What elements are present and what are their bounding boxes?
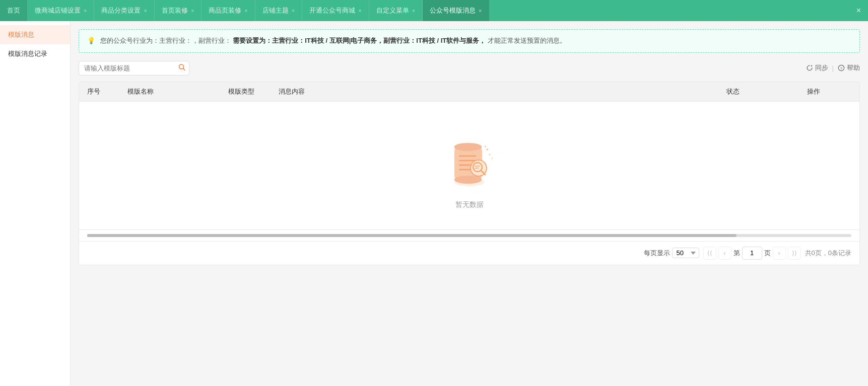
notice-icon: 💡 bbox=[87, 37, 95, 44]
nav-tab-custom-menu[interactable]: 自定义菜单× bbox=[369, 0, 423, 21]
table-container: 序号 模版名称 模版类型 消息内容 状态 操作 bbox=[79, 82, 860, 265]
page-unit: 页 bbox=[764, 249, 771, 258]
nav-tab-template-msg[interactable]: 公众号模版消息× bbox=[423, 0, 489, 21]
svg-line-1 bbox=[183, 68, 185, 70]
svg-point-6 bbox=[454, 143, 482, 151]
nav-tab-shop-theme[interactable]: 店铺主题× bbox=[255, 0, 302, 21]
scroll-track[interactable] bbox=[87, 234, 851, 237]
svg-text:?: ? bbox=[840, 66, 843, 71]
sync-icon bbox=[806, 64, 813, 71]
nav-tab-wechat-shop[interactable]: 微商城店铺设置× bbox=[28, 0, 94, 21]
sync-label: 同步 bbox=[815, 63, 828, 72]
search-icon bbox=[178, 64, 185, 71]
empty-illustration: ✦ ✦ bbox=[439, 132, 500, 192]
nav-tab-close-product-decor[interactable]: × bbox=[244, 8, 247, 14]
col-header-seq: 序号 bbox=[79, 82, 119, 101]
nav-tab-product-decor[interactable]: 商品页装修× bbox=[202, 0, 255, 21]
nav-tab-open-mall[interactable]: 开通公众号商城× bbox=[302, 0, 369, 21]
notice-highlight: 需要设置为：主营行业：IT科技 / 互联网|电子商务，副营行业：IT科技 / I… bbox=[233, 37, 486, 44]
nav-tab-close-custom-menu[interactable]: × bbox=[412, 8, 415, 14]
search-button[interactable] bbox=[178, 64, 185, 72]
scroll-thumb bbox=[87, 234, 737, 237]
nav-tab-homepage-decor[interactable]: 首页装修× bbox=[155, 0, 202, 21]
svg-text:✦: ✦ bbox=[484, 144, 487, 149]
search-right: 同步 | ? 帮助 bbox=[806, 63, 860, 72]
svg-text:✦: ✦ bbox=[491, 157, 493, 160]
page-size-select: 每页显示 102050100 bbox=[644, 248, 699, 258]
notice-prefix: 您的公众号行业为：主营行业：，副营行业： bbox=[100, 37, 231, 44]
col-header-name: 模版名称 bbox=[119, 82, 220, 101]
empty-text: 暂无数据 bbox=[455, 200, 484, 209]
help-button[interactable]: ? 帮助 bbox=[838, 63, 860, 72]
nav-tab-close-open-mall[interactable]: × bbox=[358, 8, 361, 14]
sync-button[interactable]: 同步 bbox=[806, 63, 828, 72]
search-input-wrap bbox=[79, 61, 189, 75]
col-header-action: 操作 bbox=[799, 82, 859, 101]
divider: | bbox=[832, 64, 834, 72]
search-left bbox=[79, 61, 189, 75]
nav-tab-close-homepage-decor[interactable]: × bbox=[191, 8, 194, 14]
svg-point-18 bbox=[489, 153, 490, 155]
page-prev-button[interactable]: ‹ bbox=[718, 247, 731, 260]
notice-suffix: 才能正常发送预置的消息。 bbox=[488, 37, 566, 44]
nav-tab-close-wechat-shop[interactable]: × bbox=[84, 8, 87, 14]
page-size-label: 每页显示 bbox=[644, 249, 670, 258]
empty-state: ✦ ✦ 暂无数据 bbox=[79, 102, 859, 229]
page-next-button[interactable]: › bbox=[773, 247, 786, 260]
page-total: 共0页，0条记录 bbox=[805, 249, 851, 258]
search-input[interactable] bbox=[79, 61, 189, 75]
search-bar: 同步 | ? 帮助 bbox=[79, 61, 860, 75]
page-first-button[interactable]: ⟨⟨ bbox=[703, 247, 716, 260]
help-icon: ? bbox=[838, 64, 845, 71]
notice-banner: 💡 您的公众号行业为：主营行业：，副营行业： 需要设置为：主营行业：IT科技 /… bbox=[79, 29, 860, 53]
nav-tab-home[interactable]: 首页 bbox=[0, 0, 28, 21]
nav-close-all-button[interactable]: × bbox=[849, 6, 868, 15]
pagination: 每页显示 102050100 ⟨⟨ ‹ 第 页 › ⟩⟩ 共0页，0条记录 bbox=[79, 241, 859, 265]
col-header-status: 状态 bbox=[718, 82, 799, 101]
page-label: 第 bbox=[733, 249, 740, 258]
page-size-dropdown[interactable]: 102050100 bbox=[672, 248, 699, 258]
col-header-content: 消息内容 bbox=[271, 82, 718, 101]
content-area: 💡 您的公众号行业为：主营行业：，副营行业： 需要设置为：主营行业：IT科技 /… bbox=[71, 21, 868, 386]
page-input[interactable] bbox=[742, 247, 762, 260]
sidebar-item-template-msg[interactable]: 模版消息 bbox=[0, 25, 70, 44]
page-nav: ⟨⟨ ‹ 第 页 › ⟩⟩ bbox=[703, 247, 801, 260]
table-header: 序号 模版名称 模版类型 消息内容 状态 操作 bbox=[79, 82, 859, 102]
top-nav: 首页微商城店铺设置×商品分类设置×首页装修×商品页装修×店铺主题×开通公众号商城… bbox=[0, 0, 868, 21]
nav-tab-close-shop-theme[interactable]: × bbox=[292, 8, 295, 14]
help-label: 帮助 bbox=[847, 63, 860, 72]
page-last-button[interactable]: ⟩⟩ bbox=[788, 247, 801, 260]
nav-tab-close-product-category[interactable]: × bbox=[144, 8, 147, 14]
col-header-type: 模版类型 bbox=[220, 82, 271, 101]
svg-point-7 bbox=[454, 176, 482, 184]
nav-tab-product-category[interactable]: 商品分类设置× bbox=[94, 0, 154, 21]
sidebar: 模版消息模版消息记录 bbox=[0, 21, 71, 386]
main-layout: 模版消息模版消息记录 💡 您的公众号行业为：主营行业：，副营行业： 需要设置为：… bbox=[0, 21, 868, 386]
nav-tab-close-template-msg[interactable]: × bbox=[479, 8, 482, 14]
scroll-bar-area bbox=[79, 229, 859, 241]
sidebar-item-template-msg-log[interactable]: 模版消息记录 bbox=[0, 44, 70, 63]
